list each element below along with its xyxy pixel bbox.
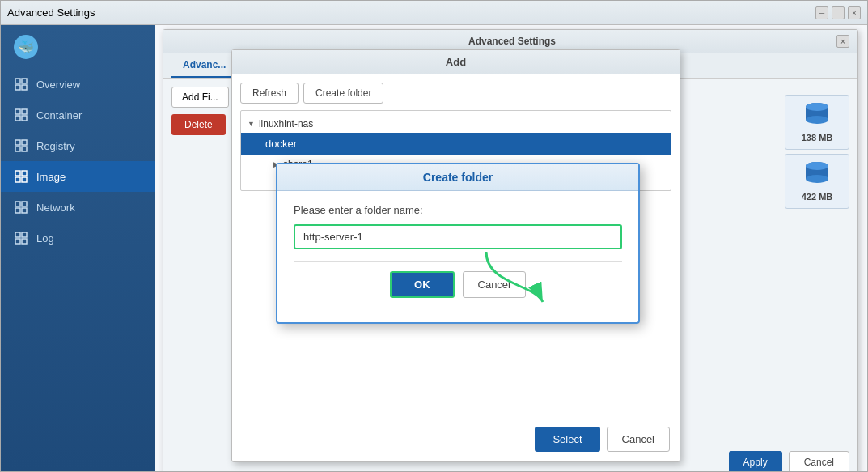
- svg-rect-0: [15, 79, 20, 83]
- svg-rect-13: [22, 171, 27, 176]
- title-bar-title: Advanced Settings: [7, 6, 95, 19]
- sidebar-item-image[interactable]: Image: [1, 161, 155, 192]
- sidebar-item-overview[interactable]: Overview: [1, 69, 155, 100]
- app-window: Advanced Settings ─ □ × 🐳: [0, 0, 868, 472]
- docker-logo-icon: 🐳: [14, 35, 38, 59]
- svg-rect-16: [15, 202, 20, 206]
- svg-rect-19: [22, 208, 27, 213]
- overview-icon: [14, 77, 28, 91]
- folder-name-input[interactable]: [294, 224, 622, 249]
- ok-button[interactable]: OK: [390, 271, 455, 298]
- svg-rect-20: [15, 232, 20, 237]
- cancel-footer-button[interactable]: Cancel: [789, 451, 849, 471]
- network-icon: [14, 200, 28, 215]
- storage-disk-icon-1: [804, 102, 830, 130]
- svg-rect-10: [15, 147, 20, 151]
- svg-rect-6: [15, 116, 20, 121]
- storage-size-1: 138 MB: [802, 133, 833, 142]
- create-folder-button[interactable]: Create folder: [303, 83, 383, 104]
- create-folder-title: Create folder: [277, 164, 638, 191]
- create-folder-body: Please enter a folder name: OK Cancel: [277, 191, 638, 322]
- minimize-button[interactable]: ─: [815, 6, 828, 19]
- sidebar-logo: 🐳: [1, 25, 155, 69]
- svg-rect-18: [15, 208, 20, 213]
- storage-items: 138 MB 422 MB: [785, 95, 849, 209]
- apply-button[interactable]: Apply: [729, 451, 782, 471]
- tree-root: ▼ linuxhint-nas: [241, 115, 671, 133]
- add-file-button[interactable]: Add Fi...: [171, 87, 229, 108]
- add-dialog-footer: Select Cancel: [535, 427, 670, 452]
- svg-rect-23: [22, 239, 27, 244]
- svg-rect-17: [22, 202, 27, 206]
- svg-rect-5: [22, 109, 27, 114]
- storage-item-2: 422 MB: [785, 154, 849, 209]
- tree-expand-icon: ▼: [248, 120, 255, 128]
- svg-point-31: [806, 162, 828, 170]
- sidebar-item-log[interactable]: Log: [1, 223, 155, 253]
- sidebar-network-label: Network: [36, 202, 75, 214]
- svg-rect-4: [15, 109, 20, 114]
- add-dialog-title: Add: [232, 50, 680, 74]
- svg-rect-7: [22, 116, 27, 121]
- svg-rect-8: [15, 140, 20, 145]
- tab-advanced[interactable]: Advanc...: [171, 53, 237, 78]
- svg-rect-14: [15, 177, 20, 182]
- svg-rect-11: [22, 147, 27, 151]
- app-body: 🐳 Overview: [1, 25, 867, 471]
- create-folder-dialog: Create folder Please enter a folder name…: [276, 163, 640, 324]
- sidebar-log-label: Log: [36, 232, 54, 245]
- close-button[interactable]: ×: [848, 6, 861, 19]
- main-content: Advanced Settings × Advanc... ...nment: [155, 25, 867, 471]
- svg-rect-12: [15, 171, 20, 176]
- image-icon: [14, 169, 28, 184]
- storage-size-2: 422 MB: [802, 192, 833, 202]
- create-folder-footer: OK Cancel: [294, 271, 622, 309]
- cancel-cf-button[interactable]: Cancel: [463, 271, 526, 298]
- cf-divider: [294, 261, 622, 262]
- sidebar-item-registry[interactable]: Registry: [1, 130, 155, 161]
- svg-rect-2: [15, 85, 20, 90]
- select-button[interactable]: Select: [535, 427, 599, 452]
- title-bar-controls: ─ □ ×: [815, 6, 861, 19]
- create-folder-label: Please enter a folder name:: [294, 204, 622, 216]
- svg-point-27: [806, 103, 828, 111]
- sidebar-overview-label: Overview: [36, 79, 80, 91]
- sidebar-item-network[interactable]: Network: [1, 192, 155, 223]
- delete-button[interactable]: Delete: [171, 114, 226, 135]
- maximize-button[interactable]: □: [832, 6, 845, 19]
- title-bar: Advanced Settings ─ □ ×: [1, 1, 867, 25]
- svg-rect-22: [15, 239, 20, 244]
- svg-rect-15: [22, 177, 27, 182]
- registry-icon: [14, 138, 28, 153]
- adv-settings-title: Advanced Settings: [188, 36, 836, 47]
- sidebar-container-label: Container: [36, 109, 82, 121]
- sidebar-registry-label: Registry: [36, 140, 75, 152]
- tree-root-label: linuxhint-nas: [259, 118, 313, 130]
- svg-rect-3: [22, 85, 27, 90]
- add-toolbar: Refresh Create folder: [240, 83, 671, 104]
- tree-item-docker[interactable]: docker: [241, 133, 671, 155]
- adv-footer: Apply Cancel: [729, 451, 849, 471]
- cancel-add-button[interactable]: Cancel: [607, 427, 670, 452]
- svg-rect-9: [22, 140, 27, 145]
- sidebar-image-label: Image: [36, 171, 66, 183]
- sidebar-item-container[interactable]: Container: [1, 100, 155, 130]
- svg-rect-21: [22, 232, 27, 237]
- svg-point-26: [806, 116, 828, 124]
- refresh-button[interactable]: Refresh: [240, 83, 299, 104]
- svg-point-30: [806, 175, 828, 183]
- adv-close-button[interactable]: ×: [836, 35, 849, 48]
- storage-disk-icon-2: [804, 161, 830, 189]
- svg-rect-1: [22, 79, 27, 83]
- sidebar: 🐳 Overview: [1, 25, 155, 471]
- container-icon: [14, 108, 28, 122]
- storage-item-1: 138 MB: [785, 95, 849, 150]
- log-icon: [14, 231, 28, 245]
